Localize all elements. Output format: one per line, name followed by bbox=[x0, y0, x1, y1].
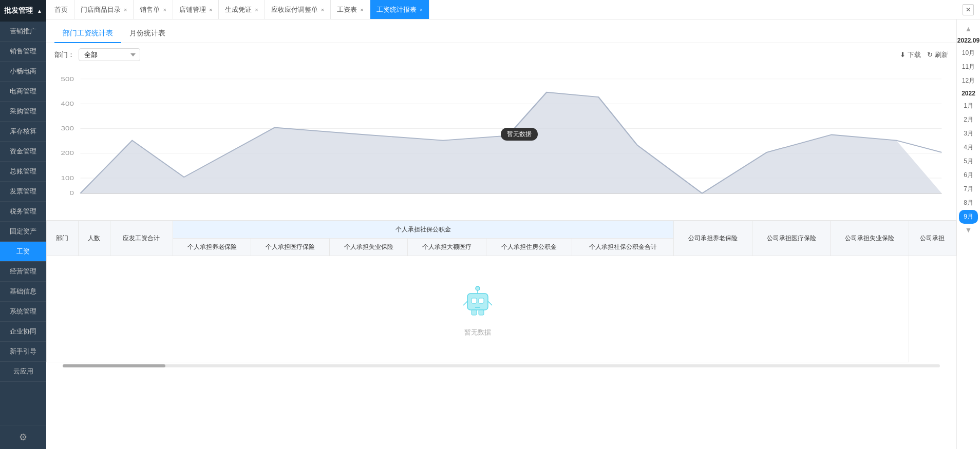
sidebar-header[interactable]: 批发管理 ▲ bbox=[0, 0, 46, 22]
timeline-year-2022: 2022.09 bbox=[956, 35, 980, 46]
svg-line-19 bbox=[488, 301, 492, 305]
tab-0[interactable]: 首页 bbox=[48, 0, 74, 19]
sidebar-collapse-arrow: ▲ bbox=[37, 8, 42, 14]
download-button[interactable]: ⬇ 下载 bbox=[900, 50, 921, 60]
sidebar-item-7[interactable]: 总账管理 bbox=[0, 162, 46, 182]
svg-rect-14 bbox=[479, 298, 484, 303]
sidebar-item-0[interactable]: 营销推广 bbox=[0, 22, 46, 42]
svg-rect-13 bbox=[472, 298, 477, 303]
sidebar-item-6[interactable]: 资金管理 bbox=[0, 142, 46, 162]
sidebar-item-17[interactable]: 云应用 bbox=[0, 362, 46, 382]
sidebar-item-14[interactable]: 系统管理 bbox=[0, 302, 46, 322]
col-company-pension: 公司承担养老保险 bbox=[674, 221, 752, 256]
chart-svg: 500 400 300 200 100 0 bbox=[54, 71, 948, 205]
tab-close-icon-3[interactable]: × bbox=[209, 7, 212, 13]
tab-1[interactable]: 门店商品目录× bbox=[74, 0, 134, 19]
tab-bar: 首页门店商品目录×销售单×店铺管理×生成凭证×应收应付调整单×工资表×工资统计报… bbox=[46, 0, 980, 19]
tab-month-stats[interactable]: 月份统计表 bbox=[121, 25, 174, 43]
tab-close-icon-1[interactable]: × bbox=[124, 7, 127, 13]
timeline-up-arrow[interactable]: ▲ bbox=[963, 23, 974, 35]
tab-close-icon-6[interactable]: × bbox=[360, 7, 363, 13]
sidebar-item-2[interactable]: 小畅电商 bbox=[0, 62, 46, 82]
tab-2[interactable]: 销售单× bbox=[134, 0, 173, 19]
sidebar-item-11[interactable]: 工资 bbox=[0, 242, 46, 262]
sub-tab-bar: 部门工资统计表 月份统计表 bbox=[46, 19, 956, 43]
timeline-month-5[interactable]: 5月 bbox=[957, 154, 980, 168]
sidebar-item-12[interactable]: 经营管理 bbox=[0, 262, 46, 282]
timeline-year-2023: 2022 bbox=[960, 88, 976, 99]
table-empty-row: 暂无数据 bbox=[47, 256, 909, 362]
svg-point-17 bbox=[476, 286, 480, 290]
sidebar-item-15[interactable]: 企业协同 bbox=[0, 322, 46, 342]
tab-5[interactable]: 应收应付调整单× bbox=[265, 0, 331, 19]
timeline-month-7[interactable]: 7月 bbox=[957, 182, 980, 196]
tab-close-icon-7[interactable]: × bbox=[420, 7, 423, 13]
refresh-button[interactable]: ↻ 刷新 bbox=[927, 50, 948, 60]
toolbar-left: 部门： 全部 bbox=[54, 48, 140, 61]
sidebar-item-13[interactable]: 基础信息 bbox=[0, 282, 46, 302]
col-personal-group: 个人承担社保公积金 bbox=[173, 221, 674, 239]
tab-close-icon-2[interactable]: × bbox=[163, 7, 166, 13]
timeline-month-8[interactable]: 8月 bbox=[957, 196, 980, 210]
col-personal-pension: 个人承担养老保险 bbox=[173, 239, 251, 256]
col-count: 人数 bbox=[78, 221, 110, 256]
timeline-month-2[interactable]: 2月 bbox=[957, 113, 980, 127]
sidebar-header-label: 批发管理 bbox=[4, 6, 33, 15]
scroll-thumb bbox=[63, 364, 165, 367]
tab-6[interactable]: 工资表× bbox=[331, 0, 370, 19]
timeline-month-4[interactable]: 4月 bbox=[957, 141, 980, 154]
col-dept: 部门 bbox=[47, 221, 79, 256]
col-company-other: 公司承担 bbox=[909, 221, 956, 256]
svg-text:100: 100 bbox=[61, 175, 74, 182]
tab-4[interactable]: 生成凭证× bbox=[219, 0, 265, 19]
timeline-month-1[interactable]: 1月 bbox=[957, 99, 980, 113]
table-wrapper[interactable]: 部门 人数 应发工资合计 个人承担社保公积金 公司承担养老保险 公司承担医疗保险… bbox=[46, 220, 956, 449]
svg-text:0: 0 bbox=[69, 190, 73, 197]
settings-icon[interactable]: ⚙ bbox=[19, 432, 27, 443]
download-label: 下载 bbox=[908, 50, 921, 60]
timeline-month-10[interactable]: 10月 bbox=[957, 46, 980, 60]
timeline-month-9[interactable]: 9月 bbox=[959, 210, 978, 224]
sidebar-item-4[interactable]: 采购管理 bbox=[0, 102, 46, 122]
tab-dept-stats[interactable]: 部门工资统计表 bbox=[54, 25, 121, 43]
close-all-button[interactable]: ✕ bbox=[963, 4, 974, 15]
tab-3[interactable]: 店铺管理× bbox=[173, 0, 219, 19]
sidebar-item-16[interactable]: 新手引导 bbox=[0, 342, 46, 362]
empty-state: 暂无数据 bbox=[53, 260, 902, 358]
col-personal-unemploy: 个人承担失业保险 bbox=[329, 239, 408, 256]
sidebar-item-8[interactable]: 发票管理 bbox=[0, 182, 46, 202]
timeline-month-3[interactable]: 3月 bbox=[957, 127, 980, 141]
timeline-month-11[interactable]: 11月 bbox=[957, 60, 980, 74]
sidebar: 批发管理 ▲ 营销推广销售管理小畅电商电商管理采购管理库存核算资金管理总账管理发… bbox=[0, 0, 46, 449]
main-area: 首页门店商品目录×销售单×店铺管理×生成凭证×应收应付调整单×工资表×工资统计报… bbox=[46, 0, 980, 449]
sidebar-item-9[interactable]: 税务管理 bbox=[0, 202, 46, 222]
svg-text:400: 400 bbox=[61, 101, 74, 107]
sidebar-item-1[interactable]: 销售管理 bbox=[0, 42, 46, 62]
toolbar-right: ⬇ 下载 ↻ 刷新 bbox=[900, 50, 948, 60]
svg-text:500: 500 bbox=[61, 76, 74, 83]
tab-close-icon-4[interactable]: × bbox=[255, 7, 258, 13]
no-data-tooltip: 暂无数据 bbox=[501, 128, 538, 141]
col-personal-medical: 个人承担医疗保险 bbox=[251, 239, 330, 256]
col-company-unemploy: 公司承担失业保险 bbox=[831, 221, 909, 256]
sidebar-item-5[interactable]: 库存核算 bbox=[0, 122, 46, 142]
tab-7[interactable]: 工资统计报表× bbox=[370, 0, 429, 19]
content-area: 部门工资统计表 月份统计表 部门： 全部 ⬇ 下载 ↻ bbox=[46, 19, 980, 449]
sidebar-item-10[interactable]: 固定资产 bbox=[0, 222, 46, 242]
sidebar-footer: ⚙ bbox=[0, 425, 46, 449]
col-total-salary: 应发工资合计 bbox=[110, 221, 173, 256]
scroll-indicator[interactable] bbox=[63, 364, 940, 367]
chart-area-fill bbox=[80, 92, 941, 193]
tab-close-icon-5[interactable]: × bbox=[321, 7, 324, 13]
svg-line-18 bbox=[463, 301, 467, 305]
sidebar-item-3[interactable]: 电商管理 bbox=[0, 82, 46, 102]
col-personal-total: 个人承担社保公积金合计 bbox=[572, 239, 674, 256]
empty-robot-icon bbox=[457, 281, 498, 322]
timeline-month-6[interactable]: 6月 bbox=[957, 168, 980, 182]
timeline-down-arrow[interactable]: ▼ bbox=[963, 224, 974, 236]
col-personal-bigmedical: 个人承担大额医疗 bbox=[408, 239, 486, 256]
dept-select[interactable]: 全部 bbox=[79, 48, 140, 61]
timeline-month-12[interactable]: 12月 bbox=[957, 74, 980, 88]
right-timeline: ▲ 2022.09 10月 11月 12月 2022 1月 2月 3月 4月 5… bbox=[956, 19, 980, 449]
dept-label: 部门： bbox=[54, 50, 74, 60]
